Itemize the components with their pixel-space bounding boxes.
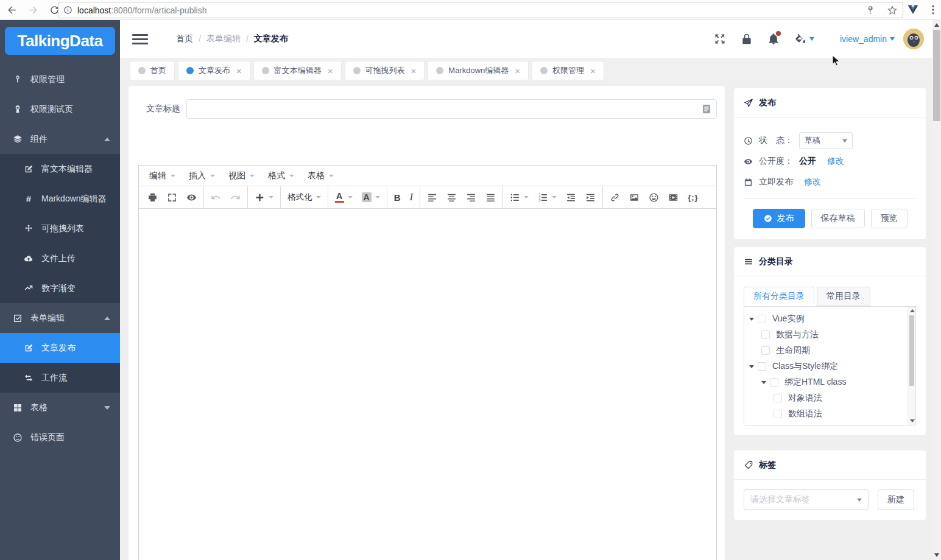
avatar[interactable] <box>903 29 924 49</box>
tree-node-lifecycle[interactable]: 生命周期 <box>744 343 907 359</box>
visibility-modify-link[interactable]: 修改 <box>827 156 844 167</box>
breadcrumb-form-edit[interactable]: 表单编辑 <box>206 33 241 44</box>
tree-checkbox[interactable] <box>761 346 770 355</box>
sidebar-item-draggable-list[interactable]: 可拖拽列表 <box>0 214 120 243</box>
menu-insert[interactable]: 插入 <box>182 166 222 186</box>
scroll-down-icon[interactable] <box>934 553 939 557</box>
align-right-icon[interactable] <box>466 192 476 203</box>
print-icon[interactable] <box>147 192 158 203</box>
bookmark-star-icon[interactable] <box>887 5 898 16</box>
sidebar-item-richtext[interactable]: 富文本编辑器 <box>0 154 120 184</box>
sidebar-toggle-button[interactable] <box>132 32 148 47</box>
page-scrollbar[interactable] <box>932 20 941 560</box>
scroll-down-icon[interactable] <box>910 419 915 422</box>
tab-all-categories[interactable]: 所有分类目录 <box>744 287 814 306</box>
background-color-icon[interactable]: A <box>362 192 380 202</box>
undo-icon[interactable] <box>211 192 221 203</box>
close-icon[interactable]: × <box>515 66 520 75</box>
sidebar-item-article-publish[interactable]: 文章发布 <box>0 333 120 363</box>
menu-format[interactable]: 格式 <box>261 166 301 186</box>
sidebar-item-tables[interactable]: 表格 <box>0 393 120 422</box>
scroll-up-icon[interactable] <box>934 23 939 27</box>
preview-button[interactable]: 预览 <box>871 209 908 228</box>
align-left-icon[interactable] <box>427 192 437 203</box>
menu-kebab-icon[interactable] <box>927 4 939 16</box>
article-title-input[interactable] <box>186 99 717 119</box>
sidebar-item-error-pages[interactable]: 错误页面 <box>0 422 120 452</box>
tree-node-data-methods[interactable]: 数据与方法 <box>744 327 907 343</box>
tree-node-array-syntax[interactable]: 数组语法 <box>744 406 907 422</box>
code-sample-icon[interactable]: {;} <box>688 193 698 202</box>
sidebar-item-components[interactable]: 组件 <box>0 124 120 154</box>
image-icon[interactable] <box>629 192 640 203</box>
scroll-up-icon[interactable] <box>910 309 915 312</box>
insert-plus-icon[interactable] <box>255 192 273 203</box>
italic-icon[interactable]: I <box>409 191 413 203</box>
tree-node-bind-html-class[interactable]: 绑定HTML class <box>744 374 907 390</box>
text-color-icon[interactable]: A <box>335 192 353 203</box>
tab-article-publish[interactable]: 文章发布× <box>178 61 250 80</box>
align-justify-icon[interactable] <box>485 192 496 203</box>
chevron-up-icon[interactable] <box>104 138 110 141</box>
new-tag-button[interactable]: 新建 <box>878 489 914 510</box>
tree-checkbox[interactable] <box>758 362 766 371</box>
close-icon[interactable]: × <box>328 66 333 75</box>
scrollbar-thumb[interactable] <box>933 30 940 121</box>
scrollbar-thumb[interactable] <box>909 315 914 386</box>
list-icon[interactable] <box>701 103 712 114</box>
tree-node-class-style[interactable]: Class与Style绑定 <box>744 359 907 374</box>
tab-permission[interactable]: 权限管理× <box>532 61 604 80</box>
close-icon[interactable]: × <box>411 66 417 75</box>
schedule-modify-link[interactable]: 修改 <box>804 177 821 187</box>
bold-icon[interactable]: B <box>394 192 401 203</box>
sidebar-item-count-to[interactable]: 数字渐变 <box>0 273 120 303</box>
browser-back-icon[interactable] <box>6 4 18 16</box>
tree-scrollbar[interactable] <box>908 307 915 425</box>
sidebar-item-workflow[interactable]: 工作流 <box>0 363 120 393</box>
breadcrumb-home[interactable]: 首页 <box>176 33 193 44</box>
preview-eye-icon[interactable] <box>186 192 197 203</box>
user-menu[interactable]: iview_admin <box>840 34 895 44</box>
numbered-list-icon[interactable]: 123 <box>538 192 557 203</box>
password-key-icon[interactable] <box>865 5 876 15</box>
status-select[interactable]: 草稿 <box>799 132 853 149</box>
tree-expand-icon[interactable] <box>761 381 766 384</box>
bullet-list-icon[interactable] <box>510 192 529 203</box>
publish-button[interactable]: 发布 <box>753 209 805 228</box>
address-bar[interactable]: localhost:8080/form/artical-publish <box>58 2 903 18</box>
browser-forward-icon[interactable] <box>27 4 39 16</box>
tree-node-object-syntax[interactable]: 对象语法 <box>744 390 907 406</box>
menu-edit[interactable]: 编辑 <box>143 166 182 186</box>
tab-markdown[interactable]: Markdown编辑器× <box>428 61 529 80</box>
menu-view[interactable]: 视图 <box>222 166 261 186</box>
outdent-icon[interactable] <box>566 192 576 203</box>
page-info-icon[interactable] <box>63 5 72 15</box>
tree-expand-icon[interactable] <box>749 318 754 321</box>
sidebar-item-form-edit[interactable]: 表单编辑 <box>0 303 120 333</box>
indent-icon[interactable] <box>585 192 596 203</box>
fullscreen-icon[interactable] <box>167 192 177 203</box>
theme-fill-icon[interactable] <box>794 33 814 45</box>
vue-devtools-icon[interactable] <box>907 4 919 16</box>
chevron-down-icon[interactable] <box>104 406 110 410</box>
formats-dropdown[interactable]: 格式化 <box>287 192 321 203</box>
close-icon[interactable]: × <box>236 66 242 75</box>
save-draft-button[interactable]: 保存草稿 <box>811 209 865 228</box>
close-icon[interactable]: × <box>590 66 596 75</box>
sidebar-item-permission-test[interactable]: 权限测试页 <box>0 94 120 124</box>
sidebar-item-permission[interactable]: 权限管理 <box>0 65 120 94</box>
tab-home[interactable]: 首页 <box>130 61 175 80</box>
sidebar-item-markdown[interactable]: # Markdown编辑器 <box>0 184 120 214</box>
editor-content-area[interactable] <box>139 209 716 560</box>
media-icon[interactable] <box>668 192 678 203</box>
tree-checkbox[interactable] <box>758 315 766 323</box>
tree-checkbox[interactable] <box>761 331 770 339</box>
align-center-icon[interactable] <box>446 192 457 203</box>
menu-table[interactable]: 表格 <box>301 166 340 186</box>
app-logo[interactable]: TalkingData <box>5 27 115 55</box>
tree-checkbox[interactable] <box>774 410 782 418</box>
tree-node-vue-instance[interactable]: Vue实例 <box>744 311 907 327</box>
tab-draggable-list[interactable]: 可拖拽列表× <box>345 61 425 80</box>
tab-common-categories[interactable]: 常用目录 <box>817 287 870 306</box>
sidebar-item-file-upload[interactable]: 文件上传 <box>0 243 120 273</box>
